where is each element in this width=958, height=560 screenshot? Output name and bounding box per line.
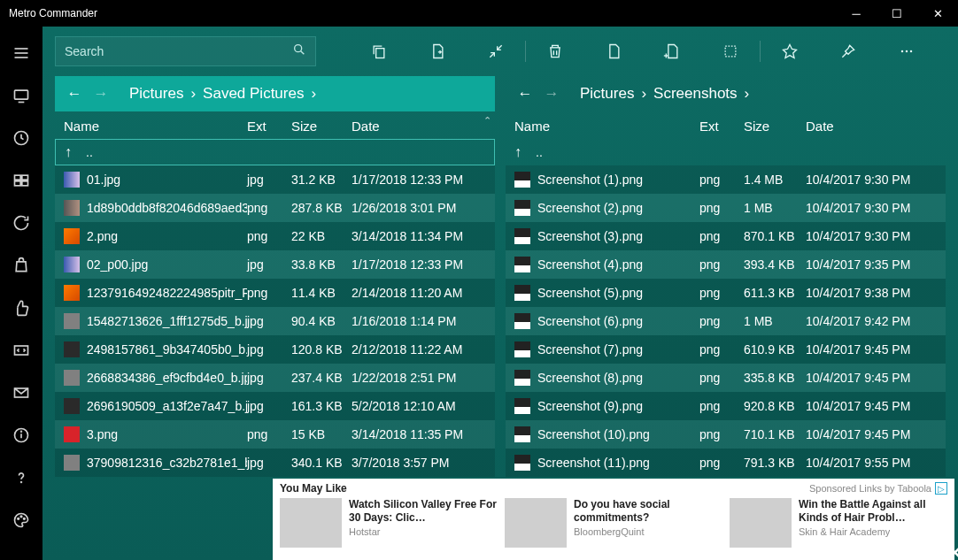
new-file-button[interactable] (584, 34, 643, 69)
file-date: 3/14/2018 11:34 PM (352, 229, 486, 243)
search-icon[interactable] (292, 42, 306, 60)
clock-icon[interactable] (0, 117, 42, 159)
ad-card[interactable]: Watch Silicon Valley Free For 30 Days: C… (280, 498, 498, 548)
file-ext: jpg (247, 456, 291, 470)
thumbs-up-icon[interactable] (0, 287, 42, 329)
file-row[interactable]: 37909812316_c32b2781e1_b.jpgjpg340.1 KB3… (55, 449, 495, 477)
monitor-icon[interactable] (0, 74, 42, 117)
search-box[interactable] (55, 36, 316, 66)
forward-button[interactable]: → (541, 85, 562, 103)
ad-card[interactable]: Win the Battle Against all Kinds of Hair… (730, 498, 947, 548)
window-maximize-button[interactable]: ☐ (877, 0, 917, 27)
file-row[interactable]: 15482713626_1fff1275d5_b.jpgjpg90.4 KB1/… (55, 307, 495, 335)
breadcrumb-part[interactable]: Pictures (580, 85, 634, 103)
hamburger-icon[interactable] (0, 32, 42, 74)
col-name[interactable]: Name (64, 119, 247, 134)
palette-icon[interactable] (0, 499, 42, 541)
file-date: 2/12/2018 11:22 AM (352, 342, 486, 357)
file-name: 2.png (87, 229, 247, 243)
file-row[interactable]: 2668834386_ef9cfbd4e0_b.jpgjpg237.4 KB1/… (55, 364, 495, 392)
search-input[interactable] (65, 44, 292, 58)
forward-button[interactable]: → (90, 85, 112, 103)
back-button[interactable]: ← (64, 85, 85, 103)
col-size[interactable]: Size (291, 119, 352, 134)
file-date: 10/4/2017 9:55 PM (806, 456, 937, 470)
svg-rect-7 (22, 175, 28, 180)
select-button[interactable] (701, 34, 760, 69)
column-headers: Name Ext Size Date (506, 111, 946, 139)
breadcrumb-part[interactable]: Saved Pictures (203, 85, 304, 103)
window-close-button[interactable]: ✕ (917, 0, 958, 27)
more-button[interactable] (877, 34, 936, 69)
sync-icon[interactable] (0, 202, 42, 244)
file-row[interactable]: 1d89b0ddb8f82046d689aed32adfpng287.8 KB1… (55, 194, 495, 222)
file-row[interactable]: Screenshot (1).pngpng1.4 MB10/4/2017 9:3… (506, 165, 946, 194)
file-row[interactable]: 02_p00.jpgjpg33.8 KB1/17/2018 12:33 PM (55, 250, 495, 279)
file-row[interactable]: 2696190509_a13f2e7a47_b.jpgjpg161.3 KB5/… (55, 392, 495, 420)
compress-button[interactable] (467, 34, 525, 69)
file-name: Screenshot (3).png (537, 229, 699, 243)
svg-point-28 (901, 50, 904, 53)
up-label: .. (536, 145, 937, 159)
window-minimize-button[interactable]: ─ (836, 0, 877, 27)
ad-image (505, 498, 567, 548)
ad-source: BloombergQuint (574, 526, 722, 539)
file-thumbnail (514, 257, 530, 272)
breadcrumb-part[interactable]: Pictures (129, 85, 183, 103)
file-size: 1 MB (744, 201, 806, 215)
bag-icon[interactable] (0, 244, 42, 287)
file-name: Screenshot (9).png (537, 399, 699, 413)
file-row[interactable]: Screenshot (7).pngpng610.9 KB10/4/2017 9… (506, 335, 946, 364)
col-date[interactable]: Date (806, 119, 937, 134)
col-ext[interactable]: Ext (247, 119, 291, 134)
file-row[interactable]: Screenshot (5).pngpng611.3 KB10/4/2017 9… (506, 279, 946, 307)
back-button[interactable]: ← (514, 85, 536, 103)
favorite-button[interactable] (761, 34, 819, 69)
file-row[interactable]: Screenshot (3).pngpng870.1 KB10/4/2017 9… (506, 222, 946, 250)
file-row[interactable]: Screenshot (6).pngpng1 MB10/4/2017 9:42 … (506, 307, 946, 335)
col-name[interactable]: Name (514, 119, 699, 134)
file-name: 12379164924822249​85pitr_Patch_i (87, 286, 247, 300)
ad-sponsored[interactable]: Sponsored Links by Taboola (809, 483, 931, 494)
col-size[interactable]: Size (744, 119, 806, 134)
file-size: 393.4 KB (744, 257, 806, 272)
file-row[interactable]: 2.pngpng22 KB3/14/2018 11:34 PM (55, 222, 495, 250)
move-button[interactable] (408, 34, 467, 69)
file-row[interactable]: 12379164924822249​85pitr_Patch_ipng11.4 … (55, 279, 495, 307)
ad-close-button[interactable]: ✕ (946, 544, 958, 560)
ad-next-icon[interactable]: ▷ (935, 482, 947, 495)
mail-icon[interactable] (0, 372, 42, 414)
file-date: 1/17/2018 12:33 PM (352, 257, 486, 272)
file-row[interactable]: Screenshot (4).pngpng393.4 KB10/4/2017 9… (506, 250, 946, 279)
file-row[interactable]: Screenshot (2).pngpng1 MB10/4/2017 9:30 … (506, 194, 946, 222)
parent-dir-row[interactable]: ↑.. (506, 139, 946, 165)
parent-dir-row[interactable]: ↑.. (55, 139, 495, 165)
delete-button[interactable] (526, 34, 584, 69)
help-icon[interactable] (0, 456, 42, 499)
file-ext: png (699, 173, 744, 187)
copy-button[interactable] (350, 34, 408, 69)
file-date: 1/22/2018 2:51 PM (352, 371, 486, 385)
file-row[interactable]: Screenshot (9).pngpng920.8 KB10/4/2017 9… (506, 392, 946, 420)
transfer-icon[interactable] (0, 329, 42, 372)
file-row[interactable]: 3.pngpng15 KB3/14/2018 11:35 PM (55, 420, 495, 449)
ad-headline: Win the Battle Against all Kinds of Hair… (799, 498, 947, 525)
svg-point-17 (20, 516, 22, 518)
pin-button[interactable] (819, 34, 877, 69)
file-row[interactable]: 2498157861_9b347405b0_b.jpgjpg120.8 KB2/… (55, 335, 495, 364)
file-row[interactable]: Screenshot (10).pngpng710.1 KB10/4/2017 … (506, 420, 946, 449)
file-date: 3/7/2018 3:57 PM (352, 456, 486, 470)
file-row[interactable]: Screenshot (11).pngpng791.3 KB10/4/2017 … (506, 449, 946, 477)
file-name: 2498157861_9b347405b0_b.jpg (87, 342, 247, 357)
scroll-up-icon[interactable]: ⌃ (483, 115, 491, 127)
info-icon[interactable] (0, 414, 42, 456)
col-date[interactable]: Date (352, 119, 486, 134)
file-row[interactable]: Screenshot (8).pngpng335.8 KB10/4/2017 9… (506, 364, 946, 392)
file-size: 1 MB (744, 314, 806, 328)
windows-icon[interactable] (0, 159, 42, 202)
file-row[interactable]: 01.jpgjpg31.2 KB1/17/2018 12:33 PM (55, 165, 495, 194)
col-ext[interactable]: Ext (699, 119, 744, 134)
ad-card[interactable]: Do you have social commitments?Bloomberg… (505, 498, 722, 548)
new-folder-button[interactable] (643, 34, 701, 69)
breadcrumb-part[interactable]: Screenshots (653, 85, 738, 103)
